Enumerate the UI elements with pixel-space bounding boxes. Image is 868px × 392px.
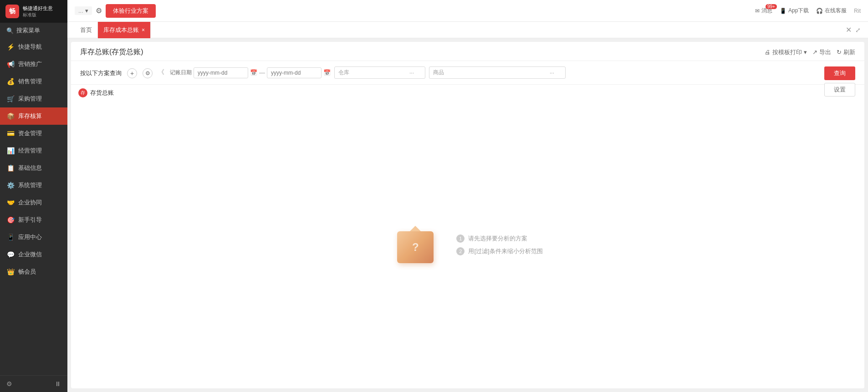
tab-label: 库存成本总账: [103, 26, 139, 34]
top-bar-left: ... ▾ ⚙ 体验行业方案: [75, 4, 751, 18]
filter-row: 记账日期 📅 — 📅 仓库 ··· 商品: [170, 66, 855, 79]
basic-icon: 📋: [6, 164, 15, 172]
sidebar-item-label: 应用中心: [18, 233, 42, 241]
sidebar-item-label: 快捷导航: [18, 43, 42, 51]
page-header-actions: 🖨 按模板打印 ▾ ↗ 导出 ↻ 刷新: [765, 48, 855, 56]
product-more-icon: ···: [550, 70, 554, 76]
sidebar-item-label: 企业协同: [18, 199, 42, 207]
refresh-label: 刷新: [843, 48, 855, 56]
volume-icon[interactable]: ⏸: [55, 380, 61, 387]
settings-button[interactable]: 设置: [824, 83, 855, 97]
sidebar-logo: 畅 畅捷通好生意 标准版: [0, 0, 67, 23]
message-icon: ✉: [755, 8, 760, 14]
date-end-input[interactable]: [267, 67, 322, 78]
sidebar-item-label: 经营管理: [18, 147, 42, 155]
close-tab-icon[interactable]: ✕: [846, 25, 852, 34]
member-icon: 👑: [6, 268, 15, 275]
refresh-icon: ↻: [837, 49, 842, 56]
sidebar-item-marketing[interactable]: 📢 营销推广: [0, 56, 67, 73]
sidebar-item-sales[interactable]: 💰 销售管理: [0, 73, 67, 90]
user-name[interactable]: Rit: [854, 8, 861, 14]
print-button[interactable]: 🖨 按模板打印 ▾: [765, 48, 807, 56]
top-bar: ... ▾ ⚙ 体验行业方案 ✉ 消息 99+ 📱 App下载 🎧 在线客服 R…: [67, 0, 868, 22]
sidebar-item-system[interactable]: ⚙️ 系统管理: [0, 177, 67, 194]
settings-icon[interactable]: ⚙: [6, 380, 12, 387]
query-button[interactable]: 查询: [824, 66, 855, 80]
search-icon: 🔍: [6, 27, 14, 34]
tab-bar: 首页 库存成本总账 × ✕ ⤢: [67, 22, 868, 38]
user-name-text: Rit: [854, 8, 861, 14]
print-dropdown-icon[interactable]: ▾: [804, 49, 807, 56]
scheme-icon: 存: [78, 88, 87, 97]
phone-icon: 📱: [780, 8, 786, 14]
tab-bar-right: ✕ ⤢: [846, 25, 861, 34]
tab-home[interactable]: 首页: [75, 22, 98, 38]
tab-close-icon[interactable]: ×: [142, 27, 145, 33]
quick-nav-icon: ⚡: [6, 43, 15, 51]
expand-icon[interactable]: ⤢: [855, 26, 861, 34]
sidebar-item-purchase[interactable]: 🛒 采购管理: [0, 90, 67, 107]
sidebar-item-guide[interactable]: 🎯 新手引导: [0, 211, 67, 229]
page-content: 库存总账(存货总账) 🖨 按模板打印 ▾ ↗ 导出 ↻ 刷新 按以下方案查询: [71, 42, 864, 388]
export-label: 导出: [819, 48, 831, 56]
product-select[interactable]: 商品 ···: [429, 66, 566, 79]
sidebar-item-label: 基础信息: [18, 164, 42, 172]
breadcrumb-dropdown-icon[interactable]: ▾: [85, 7, 88, 14]
refresh-button[interactable]: ↻ 刷新: [837, 48, 855, 56]
date-start-input[interactable]: [194, 67, 248, 78]
sidebar-item-inventory[interactable]: 📦 库存核算: [0, 107, 67, 125]
sidebar-item-label: 系统管理: [18, 181, 42, 189]
empty-hint-2: 2 用[过滤]条件来缩小分析范围: [456, 247, 542, 255]
export-button[interactable]: ↗ 导出: [812, 48, 831, 56]
marketing-icon: 📢: [6, 61, 15, 68]
sidebar-item-wechat[interactable]: 💬 企业微信: [0, 246, 67, 263]
sidebar-item-operations[interactable]: 📊 经营管理: [0, 142, 67, 159]
purchase-icon: 🛒: [6, 95, 15, 102]
print-label: 按模板打印: [772, 48, 802, 56]
search-label: 搜索菜单: [16, 26, 40, 35]
sidebar-item-appstore[interactable]: 📱 应用中心: [0, 229, 67, 246]
scheme-name: 存货总账: [90, 89, 114, 97]
calendar-start-icon[interactable]: 📅: [250, 69, 257, 76]
online-service-button[interactable]: 🎧 在线客服: [816, 7, 847, 15]
sidebar-item-label: 销售管理: [18, 77, 42, 86]
sidebar-bottom: ⚙ ⏸: [0, 375, 67, 392]
sidebar-search[interactable]: 🔍 搜索菜单: [0, 23, 67, 38]
sidebar-item-label: 企业微信: [18, 250, 42, 259]
top-bar-right: ✉ 消息 99+ 📱 App下载 🎧 在线客服 Rit: [755, 7, 861, 15]
sidebar-item-label: 资金管理: [18, 129, 42, 137]
scheme-item[interactable]: 存 存货总账: [71, 85, 864, 101]
sidebar-item-member[interactable]: 👑 畅会员: [0, 263, 67, 280]
filter-actions: 查询 设置: [824, 66, 855, 97]
message-button[interactable]: ✉ 消息 99+: [755, 7, 772, 15]
filter-add-button[interactable]: +: [127, 68, 137, 78]
empty-illustration: [393, 222, 438, 268]
app-download-button[interactable]: 📱 App下载: [780, 7, 809, 15]
product-label: 商品: [433, 69, 444, 76]
sidebar-scroll: 🔍 搜索菜单 ⚡ 快捷导航 📢 营销推广 💰 销售管理 🛒 采购管理 📦 库存核…: [0, 23, 67, 375]
sidebar-item-basic[interactable]: 📋 基础信息: [0, 159, 67, 177]
service-label: 在线客服: [825, 7, 847, 15]
warehouse-select[interactable]: 仓库 ···: [334, 66, 425, 79]
filter-collapse-icon[interactable]: 《: [158, 68, 164, 76]
empty-text: 1 请先选择要分析的方案 2 用[过滤]条件来缩小分析范围: [456, 234, 542, 255]
service-icon: 🎧: [816, 8, 823, 14]
sidebar-item-finance[interactable]: 💳 资金管理: [0, 125, 67, 142]
scheme-icon-char: 存: [81, 90, 85, 96]
breadcrumb: ... ▾: [75, 6, 92, 15]
sidebar-item-cooperation[interactable]: 🤝 企业协同: [0, 194, 67, 211]
filter-area: 按以下方案查询 + ⚙ 《 记账日期 📅 — 📅 仓库 ·: [71, 61, 864, 85]
warehouse-more-icon: ···: [409, 70, 414, 76]
sidebar-item-quick-nav[interactable]: ⚡ 快捷导航: [0, 38, 67, 56]
guide-icon: 🎯: [6, 216, 15, 224]
breadcrumb-text: ...: [78, 7, 83, 14]
appstore-icon: 📱: [6, 234, 15, 241]
tab-inventory-ledger[interactable]: 库存成本总账 ×: [98, 22, 151, 38]
filter-settings-button[interactable]: ⚙: [143, 68, 153, 78]
calendar-end-icon[interactable]: 📅: [323, 69, 331, 76]
settings-gear-icon[interactable]: ⚙: [96, 6, 102, 15]
cooperation-icon: 🤝: [6, 199, 15, 206]
sales-icon: 💰: [6, 78, 15, 85]
empty-hint-2-text: 用[过滤]条件来缩小分析范围: [468, 247, 542, 255]
industry-button[interactable]: 体验行业方案: [106, 4, 156, 18]
